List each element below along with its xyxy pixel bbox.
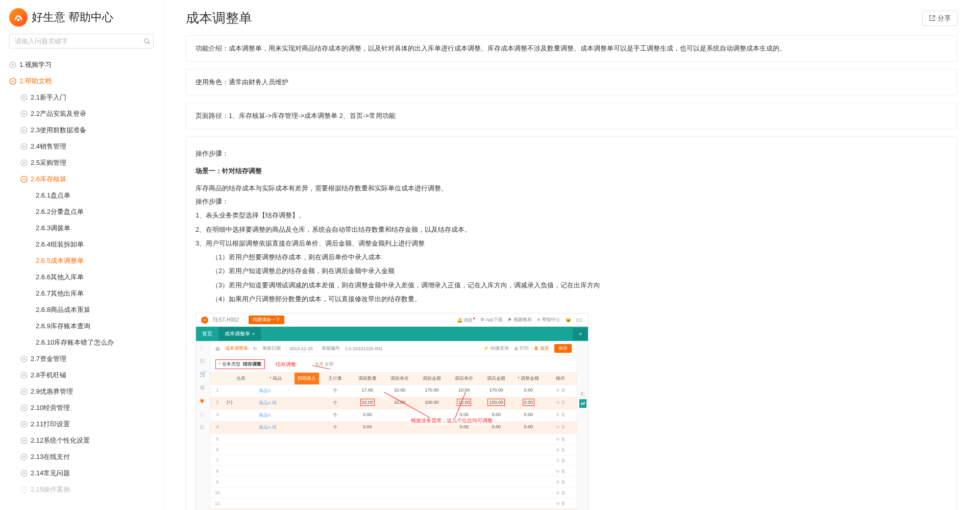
- table-row: 11⊕ 🗑: [210, 498, 577, 509]
- panel-path-text: 1、库存核算->库存管理->成本调整单 2、首页->常用功能: [229, 112, 396, 119]
- panel-role: 使用角色：通常由财务人员维护: [186, 69, 958, 95]
- substep-3: （3）若用户知道要调增或调减的成本差值，则在调整金额中录入差值，调增录入正值，记…: [212, 278, 948, 292]
- panel-intro: 功能介绍：成本调整单，用来实现对商品结存成本的调整，以及针对具体的出入库单进行成…: [186, 35, 958, 62]
- nav-2-9[interactable]: 2.9优惠券管理: [9, 383, 154, 400]
- main-content: 成本调整单 分享 功能介绍：成本调整单，用来实现对商品结存成本的调整，以及针对具…: [163, 0, 980, 510]
- mockup-topbar: TEST-H002 | 我要体验一下 🔔 消息● ⚙ App下载 ▶ 视频教程 …: [196, 313, 588, 327]
- brand-logo: [9, 8, 28, 27]
- nav-2-6-2[interactable]: 2.6.2分量盘点单: [9, 204, 154, 220]
- share-icon: [929, 15, 936, 21]
- mockup-tab-home: 首页: [196, 327, 218, 341]
- mockup-tabs: 首页 成本调整单× ×: [196, 327, 588, 341]
- nav-2-7[interactable]: 2.7资金管理: [9, 351, 154, 367]
- search-wrap: [9, 34, 154, 48]
- nav-2-6-1[interactable]: 2.6.1盘点单: [9, 187, 154, 204]
- brand-row: 好生意 帮助中心: [9, 8, 154, 27]
- nav-2-1[interactable]: 2.1新手入门: [9, 89, 154, 106]
- nav-2-11[interactable]: 2.11打印设置: [9, 416, 154, 432]
- brand-title: 好生意 帮助中心: [32, 10, 113, 25]
- nav-2-12[interactable]: 2.12系统个性化设置: [9, 432, 154, 449]
- nav-2-6-9[interactable]: 2.6.9库存账本查询: [9, 318, 154, 334]
- tool-icon: ◐: [580, 391, 585, 396]
- nav-2-5[interactable]: 2.5采购管理: [9, 155, 154, 171]
- table-row: 7⊕ 🗑: [210, 455, 577, 466]
- nav-2-6-10[interactable]: 2.6.10库存账本错了怎么办: [9, 334, 154, 351]
- nav-2-6-4[interactable]: 2.6.4组装拆卸单: [9, 236, 154, 253]
- panel-path: 页面路径：1、库存核算->库存管理->成本调整单 2、首页->常用功能: [186, 103, 958, 129]
- panel-role-text: 通常由财务人员维护: [229, 78, 288, 86]
- substep-1: （1）若用户想要调整结存成本，则在调后单价中录入成本: [212, 250, 948, 264]
- page-title: 成本调整单: [186, 9, 252, 27]
- mockup-main: ▤ 成本调整单 ↻ 单据日期 2019-12-26 单据编号 CA-201912…: [210, 341, 577, 510]
- mockup-user: CC: [576, 318, 583, 323]
- mockup-help: ⊕ 帮助中心: [537, 317, 560, 323]
- inventory-icon: ◉: [200, 397, 207, 404]
- step-2: 2、在明细中选择要调整的商品及仓库，系统会自动带出结存数量和结存金额，以及结存成…: [195, 223, 948, 236]
- table-row: 2(+)商品A 同个10.0010.00100.0010.00100.000.0…: [210, 397, 577, 409]
- nav-2-6-5[interactable]: 2.6.5成本调整单: [9, 253, 154, 269]
- nav-l0-docs[interactable]: 2.帮助文档: [9, 73, 154, 89]
- mockup-logo-icon: [201, 317, 208, 324]
- substeps-list: （1）若用户想要调整结存成本，则在调后单价中录入成本 （2）若用户知道调整总的结…: [212, 250, 948, 306]
- mockup-app: ⚙ App下载: [480, 317, 503, 323]
- steps-list: 1、表头业务类型选择【结存调整】。 2、在明细中选择要调整的商品及仓库，系统会自…: [195, 208, 948, 250]
- scene-1-desc: 库存商品的结存成本与实际成本有差异，需要根据结存数量和实际单位成本进行调整。: [195, 182, 948, 195]
- mockup-crumb: ▤ 成本调整单 ↻ 单据日期 2019-12-26 单据编号 CA-201912…: [210, 341, 577, 356]
- mockup-cta-button: 我要体验一下: [249, 315, 284, 324]
- table-row: 6⊕ 🗑: [210, 445, 577, 455]
- step-3: 3、用户可以根据调整依据直接在调后单价、调后金额、调整金额列上进行调整: [195, 236, 948, 250]
- cart-icon: 🛒: [200, 371, 207, 378]
- nav-2-6-6[interactable]: 2.6.6其他入库单: [9, 269, 154, 285]
- nav-l0-video[interactable]: 1.视频学习: [9, 57, 154, 73]
- table-row: 8⊕ 🗑: [210, 466, 577, 477]
- nav-2-8[interactable]: 2.8手机旺铺: [9, 367, 154, 383]
- ops-heading: 操作步骤：: [195, 147, 948, 160]
- scan-button: 扫码录入: [295, 373, 319, 384]
- nav-2-14[interactable]: 2.14常见问题: [9, 465, 154, 481]
- home-icon: ⌂: [200, 344, 207, 351]
- substep-2: （2）若用户知道调整总的结存金额，则在调后金额中录入金额: [212, 264, 948, 278]
- mockup-tab-close: ×: [573, 328, 588, 340]
- embedded-screenshot: TEST-H002 | 我要体验一下 🔔 消息● ⚙ App下载 ▶ 视频教程 …: [195, 313, 589, 510]
- substep-4: （4）如果用户只调整部分数量的成本，可以直接修改带出的结存数量。: [212, 292, 948, 306]
- nav-2-6-8[interactable]: 2.6.8商品成本重算: [9, 302, 154, 318]
- close-icon: ×: [252, 331, 255, 336]
- nav-2-13[interactable]: 2.13在线支付: [9, 449, 154, 465]
- table-row: 1商品A个17.0010.00170.0010.00170.000.00⊕ 🗑: [210, 385, 577, 397]
- nav-2-6[interactable]: 2.6库存核算: [9, 171, 154, 187]
- nav-2-3[interactable]: 2.3使用前数据准备: [9, 122, 154, 138]
- nav-2-4[interactable]: 2.4销售管理: [9, 138, 154, 155]
- table-row: 3商品A个0.000.000.000.00⊕ 🗑: [210, 409, 577, 422]
- tool-icon: ⋮: [580, 382, 585, 387]
- share-button[interactable]: 分享: [922, 11, 958, 26]
- report-icon: △: [200, 410, 207, 418]
- table-row: 4商品A 同个0.000.000.000.00⊕ 🗑: [210, 422, 577, 434]
- svg-point-2: [144, 38, 149, 42]
- nav-2-6-7[interactable]: 2.6.7其他出库单: [9, 285, 154, 302]
- nav-2-2[interactable]: 2.2产品安装及登录: [9, 106, 154, 122]
- sidebar: 好生意 帮助中心 1.视频学习 2.帮助文档 2.1新手入门 2.2产品安装及登…: [0, 0, 163, 510]
- search-icon[interactable]: [143, 38, 151, 45]
- doc-icon: ▤: [200, 357, 207, 365]
- mockup-thead: 仓库 * 商品 扫码录入 主计量 调前数量 调前单价 调前金额 调后单价 调后金…: [210, 372, 577, 385]
- nav-2-10[interactable]: 2.10经营管理: [9, 400, 154, 416]
- mockup-filter-row: * 业务类型 结存调整 结存调整 仓库 全部: [210, 356, 577, 372]
- mockup-table: 仓库 * 商品 扫码录入 主计量 调前数量 调前单价 调前金额 调后单价 调后金…: [210, 372, 577, 510]
- ops-heading-2: 操作步骤：: [195, 195, 948, 208]
- nav-2-15[interactable]: 2.15操作案例: [9, 481, 154, 498]
- red-annotation-2: 根据业务需求，这几个位总均可调整: [409, 417, 494, 425]
- nav-2-6-3[interactable]: 2.6.3调拨单: [9, 220, 154, 236]
- svg-point-53: [201, 317, 208, 324]
- svg-point-0: [9, 8, 28, 27]
- table-row: 9⊕ 🗑: [210, 477, 577, 488]
- search-input[interactable]: [9, 34, 154, 48]
- mockup-tab-doc: 成本调整单×: [218, 327, 261, 341]
- grid-icon: ⊞: [200, 424, 207, 431]
- panel-intro-label: 功能介绍：: [195, 44, 229, 52]
- redbox-type: * 业务类型 结存调整: [215, 359, 265, 369]
- step-1: 1、表头业务类型选择【结存调整】。: [195, 208, 948, 222]
- table-row: 10⊕ 🗑: [210, 488, 577, 498]
- panel-intro-text: 成本调整单，用来实现对商品结存成本的调整，以及针对具体的出入库单进行成本调整。库…: [229, 44, 786, 52]
- mockup-account: TEST-H002: [212, 317, 239, 323]
- svg-line-3: [148, 42, 150, 44]
